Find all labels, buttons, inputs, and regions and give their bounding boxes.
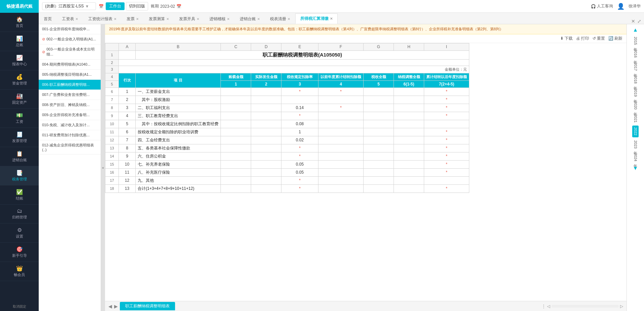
tab-home[interactable]: 首页 [39,14,57,24]
tab-wages[interactable]: 工资表✕ [57,14,83,24]
expand-icon[interactable]: ⤢ [637,19,641,24]
tab-wages-report[interactable]: 工资统计报表✕ [83,14,122,24]
workbench-button[interactable]: 工作台 [106,2,125,10]
sidebar-item-member[interactable]: 👑畅会员 [0,262,39,281]
table-row: 15 10 七、补充养老保险 0.05 * [105,160,469,168]
tab-sales-ledger[interactable]: 进销台账✕ [235,14,265,24]
left-item-003[interactable]: ⊘ 003-一般企业业务成本支出明细... [39,44,101,60]
sidebar-item-reports[interactable]: 📈报表中心 [0,51,39,70]
back-old-button[interactable]: 切到旧版 [126,2,148,10]
col-header-C: C [221,43,251,50]
period-display: 账期 2023-02 📅 [151,3,181,9]
tab-close-sales-audit[interactable]: ✕ [227,17,230,21]
table-row: 7 2 其中：股权激励 * [105,96,469,104]
sheet-toolbar: ⬇ 下载 🖨 打印 ↺ 重置 🔄 刷新 [105,34,626,43]
tab-close-wages-report[interactable]: ✕ [114,17,116,21]
avatar-icon: 👤 [617,3,624,10]
left-item-008[interactable]: 008-资产折旧、摊销及纳税... [39,100,101,110]
refresh-button[interactable]: 🔄 刷新 [608,36,622,41]
collapse-panel-button[interactable]: « [101,24,105,311]
close-tab-icon[interactable]: ✕ [631,19,635,24]
sidebar-item-ledger[interactable]: 📊总账 [0,32,39,51]
company-selector[interactable]: (勿删）江西股宝-LSS ▼ [42,2,96,10]
tab-close-invoice[interactable]: ✕ [136,17,139,21]
sidebar-item-invoice-mgmt[interactable]: 🧾发票管理 [0,128,39,147]
left-item-001[interactable]: 001-企业所得税年度纳税申... [39,24,101,34]
assets-icon: 🏭 [16,93,23,99]
settings-icon: ⚙ [17,227,22,233]
col-item-header: 项 目 [136,73,221,88]
download-button[interactable]: ⬇ 下载 [560,36,573,41]
sheet-wrapper[interactable]: A B C D E F G H I [105,43,626,301]
year-2023[interactable]: 2023年 [632,139,639,150]
bottom-nav-right[interactable]: ▶ [114,304,118,309]
unpin-button[interactable]: 取消固定 [0,302,39,311]
reset-button[interactable]: ↺ 重置 [592,36,605,41]
reset-icon: ↺ [592,36,596,41]
year-2015[interactable]: 2015年 [632,35,639,46]
sub-header-f: 4 [318,80,364,88]
year-2018[interactable]: 2018年 [632,74,639,85]
left-item-004[interactable]: 004-期间费用明细表(A1040... [39,60,101,70]
tab-income-tax[interactable]: 所得税汇算清缴✕ [295,13,338,24]
table-row: 3 金额单位：元 [105,66,469,73]
year-2017[interactable]: 2017年 [632,61,639,72]
sidebar-item-close[interactable]: ✅结账 [0,185,39,205]
sidebar-item-archive[interactable]: 🗂归档管理 [0,205,39,223]
left-item-011[interactable]: 011-研发费用加计扣除优惠... [39,130,101,140]
topbar-right: 🎧 人工客询 👤 徐泽华 [591,3,641,10]
scroll-left-icon[interactable]: ◁ [547,304,550,309]
year-2016[interactable]: 2016年 [632,48,639,59]
tab-close-tax-table[interactable]: ✕ [287,17,290,21]
tab-close-wages[interactable]: ✕ [75,17,78,21]
scroll-right-icon[interactable]: ▷ [620,304,623,309]
year-2021[interactable]: 2021年 [632,113,639,124]
tab-close-income-tax[interactable]: ✕ [330,17,333,21]
year-2022[interactable]: 2022年 [632,126,639,137]
sidebar-item-funds[interactable]: 💰资金管理 [0,70,39,90]
bottom-nav-left[interactable]: ◀ [108,304,112,309]
left-item-002[interactable]: ⊘ 002-一般企业收入明细表(A1... [39,34,101,44]
sidebar-item-sales[interactable]: 📋进销台账 [0,147,39,166]
sidebar-item-home[interactable]: 🏠首页 [0,13,39,32]
guide-icon: 🎯 [16,246,23,252]
sub-header-i: 7(2+4-5) [424,80,469,88]
sidebar-item-guide[interactable]: 🎯新手引导 [0,243,39,262]
left-item-012[interactable]: 012-减免企业所得税优惠明细表(..) [39,140,101,154]
tab-close-invoice-calc[interactable]: ✕ [166,17,169,21]
main-area: (勿删）江西股宝-LSS ▼ 📅 工作台 切到旧版 账期 2023-02 📅 🎧… [39,0,644,311]
tab-tax-table[interactable]: 税表清册✕ [265,14,295,24]
sidebar-item-assets[interactable]: 🏭固定资产 [0,90,39,109]
tab-close-sales-ledger[interactable]: ✕ [257,17,260,21]
bottom-sheet-tab[interactable]: 职工薪酬纳税调整明细表 [120,302,175,310]
year-2020[interactable]: 2020年 [632,100,639,111]
year-2019[interactable]: 2019年 [632,87,639,98]
sidebar-item-settings[interactable]: ⚙设置 [0,223,39,243]
sidebar-item-tax[interactable]: 📑税务管理 [0,166,39,185]
print-button[interactable]: 🖨 打印 [576,36,589,41]
tab-invoice[interactable]: 发票✕ [122,14,144,24]
ledger-icon: 📊 [16,35,23,42]
year-scroll-down[interactable]: ▼ [632,164,640,173]
horizontal-scrollbar[interactable] [551,305,619,308]
year-2024[interactable]: 2024年 [632,151,639,163]
table-row: 16 11 八、补充医疗保险 0.05 * [105,168,469,176]
service-button[interactable]: 🎧 人工客询 [591,3,613,9]
tab-close-invoice-open[interactable]: ✕ [197,17,199,21]
sheet-options-icon[interactable]: ⋮ [542,304,546,309]
left-item-006[interactable]: 006-职工薪酬纳税调整明细... [39,80,101,90]
year-scroll-up[interactable]: ▲ [632,26,640,34]
wages-icon: 💵 [16,112,23,118]
col-rownum-header: 行次 [119,73,136,88]
left-item-010[interactable]: 010-免税、减计收入及加计... [39,120,101,130]
left-item-009[interactable]: 009-企业所得税补充准备明... [39,110,101,120]
sidebar-item-wages[interactable]: 💵工资 [0,109,39,128]
tab-sales-audit[interactable]: 进销稽核✕ [204,14,235,24]
table-row: 13 8 五、各类基本社会保障性缴款 * * [105,144,469,152]
tab-invoice-open[interactable]: 发票开具✕ [174,14,204,24]
warn-red-003: ⊘ [42,50,45,54]
tab-invoice-calc[interactable]: 发票测算✕ [144,14,174,24]
left-item-007[interactable]: 007-广告费和业务宣传费明... [39,90,101,100]
left-item-005[interactable]: 005-纳税调整项目明细表(A1... [39,70,101,80]
col-header-G: G [364,43,394,50]
